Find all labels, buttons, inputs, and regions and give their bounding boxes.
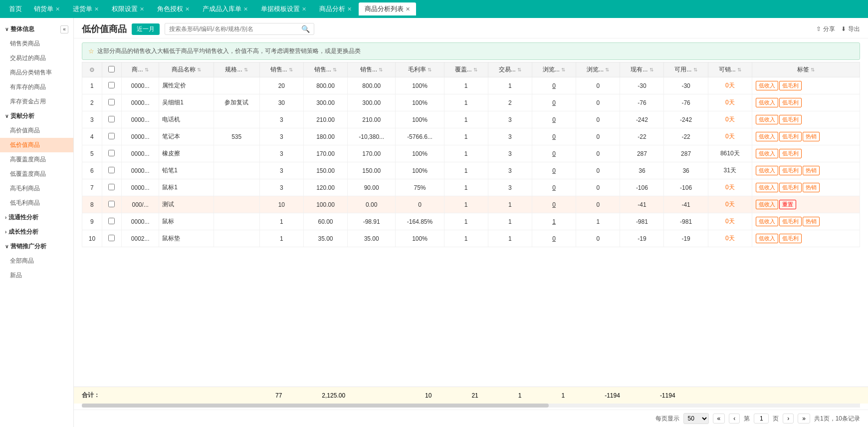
col-tags-header[interactable]: 标签 ⇅ [752,62,860,77]
nav-product-analysis-list[interactable]: 商品分析列表 ✕ [359,2,416,15]
col-margin-header[interactable]: 毛利率 ⇅ [396,62,444,77]
row-name[interactable]: 笔记本 [159,128,214,145]
browse1-link[interactable]: 1 [552,218,556,225]
horizontal-scrollbar[interactable] [82,404,549,408]
sidebar-item-high-value[interactable]: 高价值商品 [0,123,73,138]
sidebar-group-overall[interactable]: ∨ 整体信息 « [0,22,73,36]
row-browse1[interactable]: 0 [532,94,576,111]
sidebar-item-high-coverage[interactable]: 高覆盖度商品 [0,152,73,167]
row-checkbox[interactable] [102,213,121,230]
close-icon[interactable]: ✕ [140,6,144,12]
close-icon[interactable]: ✕ [185,6,190,12]
prev-page-button[interactable]: ‹ [729,414,740,424]
row-name[interactable]: 鼠标1 [159,179,214,196]
row-checkbox[interactable] [102,145,121,162]
settings-icon[interactable]: ⚙ [89,66,95,73]
sidebar-item-category-sales-rate[interactable]: 商品分类销售率 [0,65,73,80]
sidebar-group-marketing[interactable]: ∨ 营销推广分析 [0,239,73,254]
browse1-link[interactable]: 0 [552,235,556,242]
row-checkbox[interactable] [102,128,121,145]
sidebar-item-high-margin[interactable]: 高毛利商品 [0,181,73,196]
browse1-link[interactable]: 0 [552,133,556,140]
filter-recent-month-button[interactable]: 近一月 [132,23,160,35]
col-available-stock-header[interactable]: 可用... ⇅ [664,62,708,77]
sidebar-item-stock-capital[interactable]: 库存资金占用 [0,94,73,109]
col-checkbox[interactable] [102,62,121,77]
nav-home[interactable]: 首页 [4,2,27,15]
share-button[interactable]: ⇧ 分享 [816,25,835,33]
browse1-link[interactable]: 0 [552,201,556,208]
search-icon[interactable]: 🔍 [301,25,310,33]
close-icon[interactable]: ✕ [55,6,60,12]
row-name[interactable]: 鼠标垫 [159,230,214,247]
browse1-link[interactable]: 0 [552,116,556,123]
last-page-button[interactable]: » [798,414,810,424]
close-icon[interactable]: ✕ [406,6,410,12]
sidebar-item-traded-products[interactable]: 交易过的商品 [0,51,73,65]
nav-product-stock[interactable]: 产成品入库单 ✕ [197,2,254,15]
col-sale-qty-header[interactable]: 销售... ⇅ [259,62,303,77]
col-settings[interactable]: ⚙ [82,62,102,77]
col-current-stock-header[interactable]: 现有... ⇅ [620,62,664,77]
col-sale-amount-header[interactable]: 销售... ⇅ [303,62,347,77]
collapse-btn[interactable]: « [60,25,68,33]
sidebar-item-low-coverage[interactable]: 低覆盖度商品 [0,167,73,181]
sidebar-item-sales-products[interactable]: 销售类商品 [0,36,73,51]
row-browse1[interactable]: 0 [532,111,576,128]
row-browse1[interactable]: 0 [532,128,576,145]
col-coverage-header[interactable]: 覆盖... ⇅ [444,62,488,77]
browse1-link[interactable]: 0 [552,150,556,157]
col-code-header[interactable]: 商... ⇅ [122,62,159,77]
row-browse1[interactable]: 0 [532,196,576,213]
row-name[interactable]: 橡皮擦 [159,145,214,162]
col-sale-profit-header[interactable]: 销售... ⇅ [348,62,396,77]
col-browse1-header[interactable]: 浏览... ⇅ [532,62,576,77]
next-page-button[interactable]: › [783,414,794,424]
export-button[interactable]: ⬇ 导出 [841,25,860,33]
page-input[interactable] [754,414,769,424]
search-input[interactable] [169,25,299,32]
browse1-link[interactable]: 0 [552,82,556,89]
col-transaction-header[interactable]: 交易... ⇅ [488,62,532,77]
sidebar-item-all-products[interactable]: 全部商品 [0,254,73,268]
close-icon[interactable]: ✕ [94,6,99,12]
table-container[interactable]: ⚙ 商... ⇅ 商品名称 ⇅ 规格... ⇅ 销售... ⇅ 销售... ⇅ … [74,62,868,387]
row-checkbox[interactable] [102,179,121,196]
col-browse2-header[interactable]: 浏览... ⇅ [576,62,620,77]
nav-sales-order[interactable]: 销货单 ✕ [28,2,66,15]
browse1-link[interactable]: 0 [552,99,556,106]
row-checkbox[interactable] [102,77,121,94]
row-name[interactable]: 电话机 [159,111,214,128]
sidebar-group-circulation[interactable]: › 流通性分析 [0,210,73,225]
row-browse1[interactable]: 0 [532,230,576,247]
col-spec-header[interactable]: 规格... ⇅ [214,62,259,77]
sidebar-item-low-value[interactable]: 低价值商品 [0,138,73,152]
browse1-link[interactable]: 0 [552,184,556,191]
row-checkbox[interactable] [102,230,121,247]
row-browse1[interactable]: 0 [532,145,576,162]
row-browse1[interactable]: 0 [532,77,576,94]
browse1-link[interactable]: 0 [552,167,556,174]
sidebar-item-stock-products[interactable]: 有库存的商品 [0,80,73,94]
first-page-button[interactable]: « [713,414,725,424]
row-name[interactable]: 属性定价 [159,77,214,94]
sidebar-item-new-products[interactable]: 新品 [0,268,73,283]
select-all-checkbox[interactable] [108,66,115,72]
nav-product-analysis[interactable]: 商品分析 ✕ [313,2,358,15]
nav-template-settings[interactable]: 单据模板设置 ✕ [255,2,312,15]
row-browse1[interactable]: 0 [532,179,576,196]
nav-permission-settings[interactable]: 权限设置 ✕ [106,2,150,15]
nav-purchase-order[interactable]: 进货单 ✕ [67,2,105,15]
row-browse1[interactable]: 1 [532,213,576,230]
sidebar-item-low-margin[interactable]: 低毛利商品 [0,196,73,210]
row-name[interactable]: 鼠标 [159,213,214,230]
row-checkbox[interactable] [102,94,121,111]
page-size-select[interactable]: 50 10 20 100 [683,413,709,424]
row-name[interactable]: 铅笔1 [159,162,214,179]
row-checkbox[interactable] [102,111,121,128]
col-saleable-days-header[interactable]: 可销... ⇅ [708,62,752,77]
row-name[interactable]: 测试 [159,196,214,213]
col-name-header[interactable]: 商品名称 ⇅ [159,62,214,77]
row-checkbox[interactable] [102,196,121,213]
close-icon[interactable]: ✕ [347,6,352,12]
